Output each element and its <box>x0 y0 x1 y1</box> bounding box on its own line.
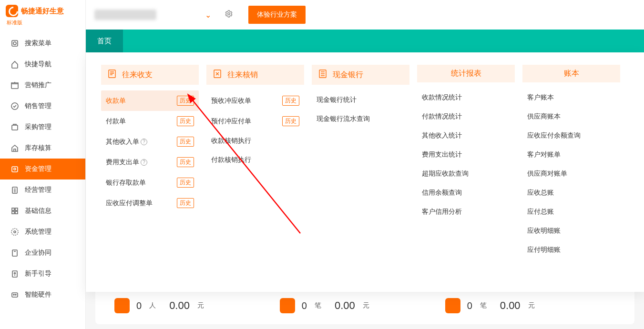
tab-home[interactable]: 首页 <box>86 30 123 52</box>
mega-column-title: 往来收支 <box>122 70 153 80</box>
svg-point-19 <box>15 294 16 295</box>
mega-menu-item[interactable]: 预收冲应收单历史 <box>206 90 304 111</box>
stat-value-unit: 元 <box>197 301 204 310</box>
stat-icon <box>114 298 130 313</box>
bottom-stats: 0人0.00元0笔0.00元0笔0.00元 <box>95 287 634 324</box>
history-badge[interactable]: 历史 <box>177 198 194 208</box>
mega-item-label: 信用余额查询 <box>422 189 462 197</box>
mega-menu-item[interactable]: 收款情况统计 <box>417 88 515 107</box>
sidebar-item-system[interactable]: 系统管理 <box>0 221 85 242</box>
sidebar-item-hardware[interactable]: 智能硬件 <box>0 284 85 305</box>
mega-menu-item[interactable]: 付款核销执行 <box>206 150 304 169</box>
help-icon[interactable]: ? <box>141 159 147 166</box>
mega-item-label: 收款情况统计 <box>422 93 462 102</box>
mega-menu-item[interactable]: 应收应付调整单历史 <box>101 193 199 213</box>
mega-item-label: 付款情况统计 <box>422 112 462 121</box>
history-badge[interactable]: 历史 <box>177 96 194 106</box>
stat-unit: 人 <box>149 301 156 310</box>
mega-menu-item[interactable]: 收款核销执行 <box>206 131 304 150</box>
svg-rect-2 <box>11 84 18 89</box>
mega-column: 账本客户账本供应商账本应收应付余额查询客户对账单供应商对账单应收总账应付总账应收… <box>522 65 620 279</box>
mega-menu-item[interactable]: 付款单历史 <box>101 111 199 131</box>
history-badge[interactable]: 历史 <box>177 137 194 147</box>
mega-menu-item[interactable]: 应付总账 <box>522 202 620 221</box>
stat-card: 0笔0.00元 <box>445 298 611 313</box>
mega-item-label: 费用支出统计 <box>422 150 462 159</box>
svg-rect-21 <box>109 70 115 78</box>
mega-menu-item[interactable]: 应收应付余额查询 <box>522 126 620 145</box>
svg-point-1 <box>13 42 16 45</box>
mega-menu: 往来收支收款单历史付款单历史其他收入单?历史费用支出单?历史银行存取款单历史应收… <box>86 52 644 292</box>
gear-icon[interactable] <box>225 10 233 20</box>
mega-menu-item[interactable]: 应付明细账 <box>522 240 620 259</box>
cta-button[interactable]: 体验行业方案 <box>248 6 306 24</box>
sidebar-item-business[interactable]: 经营管理 <box>0 179 85 200</box>
sidebar-item-quicknav[interactable]: 快捷导航 <box>0 54 85 75</box>
stat-value-unit: 元 <box>363 301 369 310</box>
mega-menu-item[interactable]: 费用支出单?历史 <box>101 152 199 172</box>
sidebar-item-inventory[interactable]: 库存核算 <box>0 138 85 159</box>
mega-menu-item[interactable]: 收款单历史 <box>101 90 199 111</box>
sidebar-item-basic[interactable]: 基础信息 <box>0 200 85 221</box>
sidebar-item-purchase[interactable]: 采购管理 <box>0 117 85 138</box>
svg-point-6 <box>14 168 16 170</box>
collab-icon <box>10 249 19 257</box>
mega-menu-item[interactable]: 客户信用分析 <box>417 202 515 221</box>
stat-value: 0.00 <box>335 299 355 312</box>
stat-card: 0笔0.00元 <box>280 298 445 313</box>
mega-column-header: 统计报表 <box>417 65 515 82</box>
mega-menu-item[interactable]: 现金银行流水查询 <box>312 110 409 129</box>
sidebar-item-search[interactable]: 搜索菜单 <box>0 33 85 54</box>
mega-item-label: 现金银行流水查询 <box>317 115 370 123</box>
chevron-down-icon[interactable]: ⌄ <box>205 10 211 20</box>
svg-point-20 <box>228 12 230 15</box>
sidebar-nav: 搜索菜单快捷导航营销推广销售管理采购管理库存核算资金管理经营管理基础信息系统管理… <box>0 30 85 305</box>
bank-icon <box>317 69 328 81</box>
mega-menu-item[interactable]: 应收总账 <box>522 183 620 202</box>
system-icon <box>10 228 19 236</box>
svg-point-18 <box>13 294 14 295</box>
mega-menu-item[interactable]: 客户对账单 <box>522 145 620 164</box>
mega-menu-item[interactable]: 费用支出统计 <box>417 145 515 164</box>
help-icon[interactable]: ? <box>141 139 147 145</box>
mega-menu-item[interactable]: 付款情况统计 <box>417 107 515 126</box>
mega-menu-item[interactable]: 预付冲应付单历史 <box>206 111 304 131</box>
sidebar-item-label: 营销推广 <box>25 81 51 90</box>
history-badge[interactable]: 历史 <box>282 116 299 126</box>
mega-item-label: 预付冲应付单 <box>211 117 251 126</box>
funds-icon <box>10 165 19 173</box>
mega-item-label: 客户对账单 <box>527 150 561 159</box>
mega-menu-item[interactable]: 客户账本 <box>522 88 620 107</box>
svg-rect-10 <box>12 211 14 214</box>
quicknav-icon <box>10 60 19 69</box>
org-selector-redacted[interactable] <box>94 10 156 20</box>
sidebar-item-guide[interactable]: 新手引导 <box>0 263 85 284</box>
history-badge[interactable]: 历史 <box>282 96 299 106</box>
svg-rect-9 <box>15 208 18 210</box>
mega-item-label: 其他收入统计 <box>422 131 462 140</box>
mega-menu-item[interactable]: 现金银行统计 <box>312 90 409 110</box>
mega-menu-item[interactable]: 供应商对账单 <box>522 164 620 183</box>
sidebar-item-marketing[interactable]: 营销推广 <box>0 75 85 96</box>
sidebar-item-label: 库存核算 <box>25 144 51 152</box>
mega-menu-item[interactable]: 应收明细账 <box>522 221 620 240</box>
history-badge[interactable]: 历史 <box>177 178 194 188</box>
sidebar-item-sales[interactable]: 销售管理 <box>0 96 85 117</box>
basic-icon <box>10 207 19 215</box>
mega-menu-item[interactable]: 供应商账本 <box>522 107 620 126</box>
history-badge[interactable]: 历史 <box>177 116 194 126</box>
sidebar-item-collab[interactable]: 企业协同 <box>0 242 85 263</box>
mega-menu-item[interactable]: 其他收入统计 <box>417 126 515 145</box>
stat-value: 0.00 <box>500 299 521 312</box>
history-badge[interactable]: 历史 <box>177 157 194 167</box>
mega-item-label: 银行存取款单 <box>106 179 146 187</box>
sidebar-item-funds[interactable]: 资金管理 <box>0 159 85 179</box>
sidebar-item-label: 快捷导航 <box>25 60 51 69</box>
mega-menu-item[interactable]: 银行存取款单历史 <box>101 172 199 193</box>
svg-rect-8 <box>12 208 14 210</box>
mega-menu-item[interactable]: 超期应收款查询 <box>417 164 515 183</box>
hardware-icon <box>10 290 19 299</box>
mega-menu-item[interactable]: 其他收入单?历史 <box>101 131 199 152</box>
svg-rect-5 <box>12 167 18 172</box>
mega-menu-item[interactable]: 信用余额查询 <box>417 183 515 202</box>
